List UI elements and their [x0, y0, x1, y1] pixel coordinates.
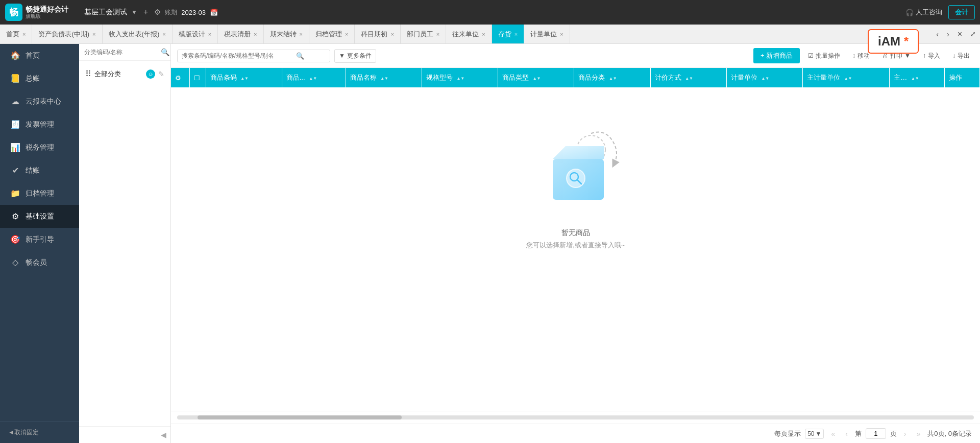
- import-button[interactable]: ↑ 导入: [919, 50, 944, 62]
- tab-balance-sheet[interactable]: 资产负债表(中期) ×: [32, 25, 102, 44]
- category-edit-icon[interactable]: ✎: [158, 70, 164, 78]
- invoice-icon: 🧾: [10, 120, 20, 129]
- grid-icon: ⠿: [85, 69, 91, 79]
- tab-close-contacts[interactable]: ×: [482, 31, 485, 37]
- close-all-tabs-button[interactable]: ×: [953, 25, 966, 44]
- tab-tax-table[interactable]: 税表清册 ×: [218, 25, 263, 44]
- archive-icon: 📁: [10, 189, 20, 198]
- tab-department[interactable]: 部门员工 ×: [401, 25, 446, 44]
- sidebar-item-tax[interactable]: 📊 税务管理: [0, 136, 79, 159]
- service-button[interactable]: 🎧 人工咨询: [905, 8, 942, 17]
- sort-code[interactable]: ▲▼: [309, 77, 317, 81]
- sort-category[interactable]: ▲▼: [609, 77, 617, 81]
- category-search-icon[interactable]: 🔍: [161, 48, 169, 56]
- col-barcode[interactable]: 商品条码 ▲▼: [206, 68, 282, 87]
- col-checkbox[interactable]: ☐: [189, 68, 206, 87]
- col-unit[interactable]: 计量单位 ▲▼: [726, 68, 802, 87]
- tab-subject-init[interactable]: 科目期初 ×: [355, 25, 400, 44]
- member-icon: ◇: [10, 258, 20, 267]
- content-area: 🔍 ⠿ 全部分类 ☺ ✎ ◀: [79, 44, 980, 443]
- col-type[interactable]: 商品类型 ▲▼: [498, 68, 574, 87]
- add-product-button[interactable]: + 新增商品: [753, 48, 800, 63]
- sidebar-item-member[interactable]: ◇ 畅会员: [0, 251, 79, 274]
- more-filter-button[interactable]: ▼ 更多条件: [334, 49, 376, 63]
- tab-close-period[interactable]: ×: [300, 31, 303, 37]
- move-icon: ↕: [852, 52, 855, 59]
- sidebar-item-guide[interactable]: 🎯 新手引导: [0, 228, 79, 251]
- settings-icon[interactable]: ⚙: [154, 8, 161, 17]
- tab-close-subject[interactable]: ×: [390, 31, 394, 37]
- tab-close-homepage[interactable]: ×: [22, 31, 26, 37]
- batch-action-button[interactable]: ☑ 批量操作: [804, 50, 844, 62]
- calendar-icon[interactable]: 📅: [210, 9, 218, 16]
- col-main2[interactable]: 主… ▲▼: [890, 68, 944, 87]
- tab-close-dept[interactable]: ×: [436, 31, 439, 37]
- sort-main2[interactable]: ▲▼: [911, 77, 919, 81]
- page-size-arrow: ▼: [815, 430, 821, 437]
- scrollbar-thumb[interactable]: [198, 415, 402, 419]
- tab-close-inventory[interactable]: ×: [514, 31, 518, 37]
- logo-text: 畅捷通好会计 旗舰版: [26, 5, 68, 20]
- col-category[interactable]: 商品分类 ▲▼: [574, 68, 650, 87]
- category-list: ⠿ 全部分类 ☺ ✎: [79, 61, 170, 426]
- col-settings[interactable]: ⚙: [171, 68, 189, 87]
- sidebar-item-closing[interactable]: ✔ 结账: [0, 159, 79, 182]
- tab-template-design[interactable]: 模版设计 ×: [173, 25, 218, 44]
- account-button[interactable]: 会计: [948, 5, 975, 19]
- horizontal-scrollbar[interactable]: [177, 415, 974, 419]
- sidebar-item-cloud-report[interactable]: ☁ 云报表中心: [0, 90, 79, 113]
- tab-period-closing[interactable]: 期末结转 ×: [264, 25, 309, 44]
- unpin-button[interactable]: ◄取消固定: [8, 428, 71, 437]
- tab-close-archive[interactable]: ×: [345, 31, 348, 37]
- category-search-input[interactable]: [84, 49, 161, 56]
- tab-close-income[interactable]: ×: [162, 31, 165, 37]
- tab-inventory[interactable]: 存货 ×: [492, 25, 524, 44]
- expand-button[interactable]: ⤢: [966, 25, 980, 44]
- sort-barcode[interactable]: ▲▼: [240, 77, 249, 81]
- sort-type[interactable]: ▲▼: [533, 77, 541, 81]
- tab-close-balance[interactable]: ×: [92, 31, 95, 37]
- product-search-icon[interactable]: 🔍: [296, 52, 304, 60]
- col-spec[interactable]: 规格型号 ▲▼: [422, 68, 498, 87]
- tab-unit[interactable]: 计量单位 ×: [524, 25, 570, 44]
- sort-unit[interactable]: ▲▼: [761, 77, 769, 81]
- sidebar-item-ledger[interactable]: 📒 总账: [0, 67, 79, 90]
- tab-archive-mgmt[interactable]: 归档管理 ×: [309, 25, 355, 44]
- product-search-input[interactable]: [182, 52, 294, 59]
- tab-prev-button[interactable]: ‹: [932, 25, 943, 44]
- right-panel: 🔍 ▼ 更多条件 + 新增商品 ☑ 批量操作 ↕: [171, 44, 980, 443]
- closing-icon: ✔: [10, 166, 20, 175]
- tab-close-unit[interactable]: ×: [560, 31, 563, 37]
- tab-close-tax[interactable]: ×: [254, 31, 257, 37]
- page-number-input[interactable]: [866, 428, 886, 439]
- tab-income-report[interactable]: 收入支出表(年报) ×: [103, 25, 173, 44]
- tab-next-button[interactable]: ›: [943, 25, 953, 44]
- tab-close-template[interactable]: ×: [208, 31, 211, 37]
- sidebar-item-settings[interactable]: ⚙ 基础设置: [0, 205, 79, 228]
- sidebar-item-invoice[interactable]: 🧾 发票管理: [0, 113, 79, 136]
- sort-pricing[interactable]: ▲▼: [685, 77, 693, 81]
- prev-page-button[interactable]: ‹: [842, 429, 851, 439]
- first-page-button[interactable]: «: [828, 429, 838, 439]
- sort-name[interactable]: ▲▼: [380, 77, 388, 81]
- last-page-button[interactable]: »: [914, 429, 924, 439]
- add-tab-button[interactable]: +: [141, 8, 150, 17]
- category-collapse-icon[interactable]: ◀: [161, 431, 166, 439]
- company-name: 基层工会测试: [84, 8, 127, 17]
- sidebar-item-archive[interactable]: 📁 归档管理: [0, 182, 79, 205]
- sidebar-item-home[interactable]: 🏠 首页: [0, 44, 79, 67]
- next-page-button[interactable]: ›: [901, 429, 910, 439]
- company-dropdown-icon[interactable]: ▼: [131, 9, 137, 16]
- col-main-unit[interactable]: 主计量单位 ▲▼: [803, 68, 890, 87]
- category-all-item[interactable]: ⠿ 全部分类 ☺ ✎: [79, 65, 170, 83]
- tab-homepage[interactable]: 首页 ×: [0, 25, 32, 44]
- page-label-pre: 第: [855, 429, 862, 438]
- col-code[interactable]: 商品... ▲▼: [282, 68, 346, 87]
- sort-spec[interactable]: ▲▼: [456, 77, 464, 81]
- col-name[interactable]: 商品名称 ▲▼: [346, 68, 422, 87]
- tab-contacts[interactable]: 往来单位 ×: [446, 25, 492, 44]
- col-pricing[interactable]: 计价方式 ▲▼: [650, 68, 726, 87]
- sort-main-unit[interactable]: ▲▼: [844, 77, 852, 81]
- page-size-select[interactable]: 50 ▼: [805, 429, 824, 439]
- export-button[interactable]: ↓ 导出: [948, 50, 974, 62]
